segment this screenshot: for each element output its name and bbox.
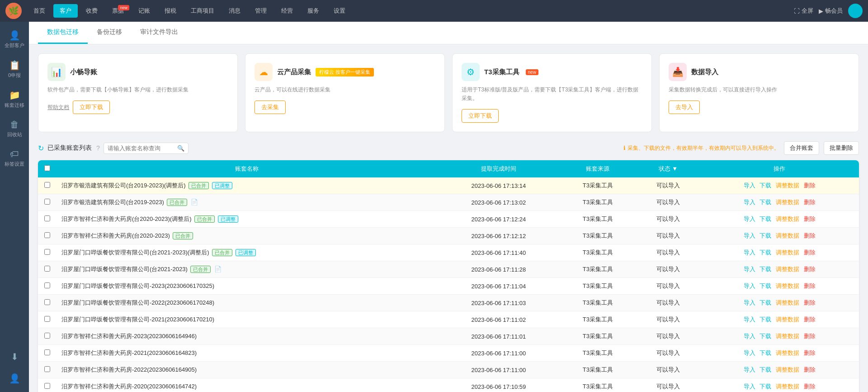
nav-business[interactable]: 工商项目 xyxy=(184,4,221,18)
import-action-btn[interactable]: 导入 xyxy=(744,349,755,356)
refresh-icon[interactable]: ↻ xyxy=(38,144,44,153)
adjust-action-btn[interactable]: 调整数据 xyxy=(776,333,799,339)
download-action-btn[interactable]: 下载 xyxy=(760,366,771,373)
import-action-btn[interactable]: 导入 xyxy=(744,282,755,289)
delete-action-btn[interactable]: 删除 xyxy=(804,249,816,256)
row-checkbox[interactable] xyxy=(44,299,50,305)
merge-button[interactable]: 合并账套 xyxy=(784,141,819,155)
delete-action-btn[interactable]: 删除 xyxy=(804,232,816,239)
adjust-action-btn[interactable]: 调整数据 xyxy=(776,215,799,222)
delete-action-btn[interactable]: 删除 xyxy=(804,266,816,272)
sidebar-item-all-customers[interactable]: 👤 全部客户 xyxy=(2,25,27,53)
download-action-btn[interactable]: 下载 xyxy=(760,215,771,222)
nav-operation[interactable]: 经营 xyxy=(275,4,299,18)
tab-backup-migration[interactable]: 备份迁移 xyxy=(88,22,131,44)
row-checkbox[interactable] xyxy=(44,366,50,372)
import-action-btn[interactable]: 导入 xyxy=(744,383,755,390)
delete-action-btn[interactable]: 删除 xyxy=(804,182,816,189)
download-action-btn[interactable]: 下载 xyxy=(760,316,771,323)
row-checkbox[interactable] xyxy=(44,182,50,188)
import-action-btn[interactable]: 导入 xyxy=(744,215,755,222)
delete-action-btn[interactable]: 删除 xyxy=(804,366,816,373)
nav-ticket[interactable]: 票据 new xyxy=(106,4,130,18)
delete-action-btn[interactable]: 删除 xyxy=(804,299,816,306)
download-action-btn[interactable]: 下载 xyxy=(760,333,771,339)
adjust-action-btn[interactable]: 调整数据 xyxy=(776,232,799,239)
adjust-action-btn[interactable]: 调整数据 xyxy=(776,299,799,306)
import-action-btn[interactable]: 导入 xyxy=(744,182,755,189)
nav-settings[interactable]: 设置 xyxy=(327,4,352,18)
sidebar-item-account-migration[interactable]: 📁 账套迁移 xyxy=(2,85,27,113)
tab-data-migration[interactable]: 数据包迁移 xyxy=(38,22,88,44)
delete-action-btn[interactable]: 删除 xyxy=(804,349,816,356)
download-action-btn[interactable]: 下载 xyxy=(760,282,771,289)
adjust-action-btn[interactable]: 调整数据 xyxy=(776,366,799,373)
import-action-btn[interactable]: 导入 xyxy=(744,366,755,373)
nav-tax[interactable]: 报税 xyxy=(158,4,183,18)
import-action-btn[interactable]: 导入 xyxy=(744,249,755,256)
nav-message[interactable]: 消息 xyxy=(222,4,247,18)
download-action-btn[interactable]: 下载 xyxy=(760,299,771,306)
download-action-btn[interactable]: 下载 xyxy=(760,182,771,189)
import-action-btn[interactable]: 导入 xyxy=(744,232,755,239)
search-button[interactable]: 🔍 xyxy=(177,145,184,152)
download-action-btn[interactable]: 下载 xyxy=(760,199,771,206)
search-input[interactable] xyxy=(108,145,175,152)
adjust-action-btn[interactable]: 调整数据 xyxy=(776,199,799,206)
row-checkbox[interactable] xyxy=(44,333,50,339)
delete-action-btn[interactable]: 删除 xyxy=(804,333,816,339)
card-3-download-btn[interactable]: 立即下载 xyxy=(462,109,499,123)
sidebar-item-recycle[interactable]: 🗑 回收站 xyxy=(2,115,27,143)
import-action-btn[interactable]: 导入 xyxy=(744,316,755,323)
card-2-collect-btn[interactable]: 去采集 xyxy=(255,100,286,114)
import-action-btn[interactable]: 导入 xyxy=(744,299,755,306)
delete-action-btn[interactable]: 删除 xyxy=(804,199,816,206)
delete-action-btn[interactable]: 删除 xyxy=(804,215,816,222)
row-checkbox[interactable] xyxy=(44,232,50,238)
adjust-action-btn[interactable]: 调整数据 xyxy=(776,182,799,189)
col-status[interactable]: 状态 ▼ xyxy=(636,160,700,177)
delete-action-btn[interactable]: 删除 xyxy=(804,316,816,323)
help-icon[interactable]: ? xyxy=(96,144,100,152)
import-action-btn[interactable]: 导入 xyxy=(744,266,755,272)
card-4-import-btn[interactable]: 去导入 xyxy=(669,100,700,114)
nav-fee[interactable]: 收费 xyxy=(80,4,104,18)
adjust-action-btn[interactable]: 调整数据 xyxy=(776,349,799,356)
row-checkbox[interactable] xyxy=(44,215,50,221)
member-button[interactable]: ▶ 畅会员 xyxy=(819,7,843,15)
nav-service[interactable]: 服务 xyxy=(301,4,326,18)
row-checkbox[interactable] xyxy=(44,282,50,288)
select-all-checkbox[interactable] xyxy=(44,165,50,171)
sidebar-item-tag-settings[interactable]: 🏷 标签设置 xyxy=(2,144,27,172)
row-checkbox[interactable] xyxy=(44,349,50,355)
adjust-action-btn[interactable]: 调整数据 xyxy=(776,282,799,289)
download-action-btn[interactable]: 下载 xyxy=(760,232,771,239)
adjust-action-btn[interactable]: 调整数据 xyxy=(776,249,799,256)
card-1-help-link[interactable]: 帮助文档 xyxy=(47,104,69,111)
adjust-action-btn[interactable]: 调整数据 xyxy=(776,266,799,272)
import-action-btn[interactable]: 导入 xyxy=(744,199,755,206)
delete-action-btn[interactable]: 删除 xyxy=(804,282,816,289)
adjust-action-btn[interactable]: 调整数据 xyxy=(776,383,799,390)
download-action-btn[interactable]: 下载 xyxy=(760,349,771,356)
batch-delete-button[interactable]: 批量删除 xyxy=(824,141,859,155)
nav-home[interactable]: 首页 xyxy=(27,4,52,18)
sidebar-item-user[interactable]: 👤 xyxy=(2,368,27,388)
nav-manage[interactable]: 管理 xyxy=(249,4,273,18)
nav-accounting[interactable]: 记账 xyxy=(132,4,156,18)
row-checkbox[interactable] xyxy=(44,249,50,255)
adjust-action-btn[interactable]: 调整数据 xyxy=(776,316,799,323)
sidebar-item-download[interactable]: ⬇ xyxy=(2,347,27,367)
row-checkbox[interactable] xyxy=(44,199,50,205)
sidebar-item-zero-declare[interactable]: 📋 0申报 xyxy=(2,55,27,83)
tab-audit-export[interactable]: 审计文件导出 xyxy=(131,22,187,44)
card-1-download-btn[interactable]: 立即下载 xyxy=(73,100,110,114)
user-avatar[interactable] xyxy=(848,4,863,18)
import-action-btn[interactable]: 导入 xyxy=(744,333,755,339)
row-checkbox[interactable] xyxy=(44,266,50,272)
row-checkbox[interactable] xyxy=(44,316,50,322)
row-checkbox[interactable] xyxy=(44,383,50,389)
fullscreen-button[interactable]: ⛶ 全屏 xyxy=(794,7,813,15)
download-action-btn[interactable]: 下载 xyxy=(760,249,771,256)
delete-action-btn[interactable]: 删除 xyxy=(804,383,816,390)
